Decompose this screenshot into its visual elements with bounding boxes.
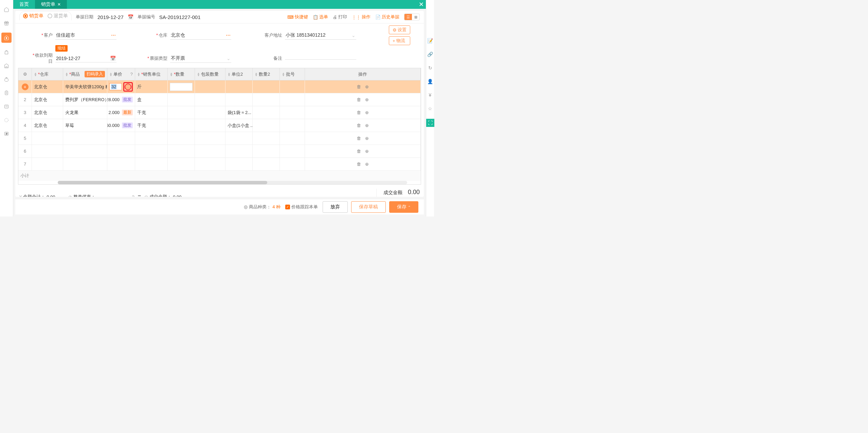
price-input[interactable]: 32 xyxy=(109,83,122,90)
ellipsis-icon[interactable]: ⋯ xyxy=(226,33,231,38)
discard-button[interactable]: 放弃 xyxy=(323,201,348,213)
draft-button[interactable]: 保存草稿 xyxy=(351,201,386,213)
delete-icon[interactable]: 🗑 xyxy=(357,136,361,141)
target-icon: ◎ xyxy=(144,194,148,197)
gear-icon[interactable]: ⚙ xyxy=(23,72,27,77)
money-bag-icon[interactable] xyxy=(2,75,11,83)
table-row[interactable]: + 北京仓 华美华夫软饼1200g 糕... 32⋯ 斤 🗑⊕ xyxy=(18,80,421,93)
sales-icon[interactable]: $ xyxy=(1,33,12,43)
date-value[interactable]: 2019-12-27 xyxy=(97,14,124,20)
calendar-icon[interactable]: 📅 xyxy=(110,56,116,61)
delete-icon[interactable]: 🗑 xyxy=(357,123,361,128)
loading-icon[interactable] xyxy=(2,116,11,124)
table-row[interactable]: 3 北京仓 火龙果 2.000最新 千克 袋(1袋 ≈ 2... 🗑⊕ xyxy=(18,106,421,119)
delete-icon[interactable]: 🗑 xyxy=(357,162,361,167)
delete-icon[interactable]: 🗑 xyxy=(357,97,361,102)
price-options-icon[interactable]: ⋯ xyxy=(125,83,131,90)
save-button[interactable]: 保存⌃ xyxy=(389,201,418,213)
table-row[interactable]: 4 北京仓 草莓 60.000批发 千克 小盒(1小盒 ... 🗑⊕ xyxy=(18,119,421,132)
print-button[interactable]: 🖨 打印 xyxy=(333,14,347,20)
tab-close-icon[interactable]: ✕ xyxy=(57,2,61,7)
horizontal-scrollbar[interactable] xyxy=(58,181,407,184)
shortcut-button[interactable]: ⌨ 快捷键 xyxy=(287,14,308,20)
view-list-icon[interactable]: ☰ xyxy=(404,14,412,20)
duedate-input[interactable]: 2019-12-27📅 xyxy=(55,55,116,62)
qty-input[interactable] xyxy=(170,83,193,91)
table-row[interactable]: 5 🗑⊕ xyxy=(18,132,421,145)
copy-icon[interactable]: ⊕ xyxy=(365,97,369,102)
calendar-icon[interactable]: 📅 xyxy=(128,14,133,20)
chevron-down-icon[interactable]: ⌄ xyxy=(227,56,231,61)
table-row[interactable]: 2 北京仓 费列罗（FERRERO）巧... 128.000批发 盒 🗑⊕ xyxy=(18,93,421,106)
list-icon[interactable] xyxy=(2,102,11,111)
building-icon[interactable] xyxy=(2,62,11,70)
help-icon[interactable]: ? xyxy=(132,194,134,197)
th-qty[interactable]: ▲▼*数量 xyxy=(168,68,195,80)
new-icon[interactable]: 新 xyxy=(2,130,11,138)
tab-sales[interactable]: 销货单✕ xyxy=(35,0,67,9)
table-row[interactable]: 6 🗑⊕ xyxy=(18,145,421,158)
star-icon[interactable]: ☆ xyxy=(427,105,434,112)
chevron-up-icon[interactable]: ⌃ xyxy=(408,205,411,209)
settings-button[interactable]: ⚙ 设置 xyxy=(389,25,410,34)
warehouse-input[interactable]: 北京仓⋯ xyxy=(170,31,231,40)
th-packqty[interactable]: ▲▼包装数量 xyxy=(195,68,225,80)
customer-label: 客户 xyxy=(44,33,53,38)
billtype-input[interactable]: 不开票⌄ xyxy=(170,54,231,63)
remark-input[interactable] xyxy=(285,57,356,60)
table-row[interactable]: 7 🗑⊕ xyxy=(18,158,421,171)
clipboard-icon[interactable] xyxy=(2,89,11,97)
delete-icon[interactable]: 🗑 xyxy=(357,110,361,115)
radio-sales[interactable]: 销货单 xyxy=(23,13,43,19)
th-qty2[interactable]: ▲▼数量2 xyxy=(253,68,280,80)
track-checkbox[interactable]: ✓价格跟踪本单 xyxy=(285,204,318,210)
remark-label: 备注 xyxy=(258,55,282,61)
th-product[interactable]: ▲▼*商品扫码录入 xyxy=(63,68,107,80)
ellipsis-icon[interactable]: ⋯ xyxy=(111,33,116,38)
th-unit2[interactable]: ▲▼单位2 xyxy=(225,68,253,80)
add-row-icon[interactable]: + xyxy=(22,83,29,90)
scan-badge[interactable]: 扫码录入 xyxy=(85,71,105,77)
help-icon[interactable]: ? xyxy=(130,72,133,77)
link-icon[interactable]: 🔗 xyxy=(427,51,434,58)
delete-icon[interactable]: 🗑 xyxy=(357,84,361,89)
gift-icon[interactable] xyxy=(2,19,11,27)
discount-input[interactable] xyxy=(97,197,131,197)
th-warehouse[interactable]: ▲▼*仓库 xyxy=(32,68,63,80)
box-deal-label: 成交金额 xyxy=(383,190,402,196)
address-input[interactable]: 小张 18513401212⌄ xyxy=(285,31,356,40)
radio-return[interactable]: 退货单 xyxy=(48,13,68,19)
select-button[interactable]: 📋 选单 xyxy=(313,14,328,20)
home-icon[interactable] xyxy=(2,5,11,14)
chevron-down-icon[interactable]: ⌄ xyxy=(351,33,356,38)
target-icon: ◎ xyxy=(244,204,248,209)
refresh-icon[interactable]: ↻ xyxy=(427,64,434,71)
th-price[interactable]: ▲▼单价? xyxy=(107,68,135,80)
copy-icon[interactable]: ⊕ xyxy=(365,149,369,154)
th-unit[interactable]: ▲▼*销售单位 xyxy=(135,68,168,80)
svg-text:$: $ xyxy=(6,37,7,39)
history-button[interactable]: 📄 历史单据 xyxy=(375,14,399,20)
user-icon[interactable]: 👤 xyxy=(427,78,434,85)
window-close-icon[interactable]: ✕ xyxy=(416,0,426,9)
copy-icon[interactable]: ⊕ xyxy=(365,123,369,128)
delete-icon[interactable]: 🗑 xyxy=(357,149,361,154)
copy-icon[interactable]: ⊕ xyxy=(365,110,369,115)
discount-icon: ⊘ xyxy=(68,194,72,197)
expand-icon[interactable]: ⛶ xyxy=(426,119,434,127)
tab-home[interactable]: 首页 xyxy=(13,0,35,9)
no-label: 单据编号 xyxy=(138,14,155,20)
th-batch[interactable]: ▲▼批号 xyxy=(280,68,305,80)
operate-button[interactable]: ⋮⋮ 操作 xyxy=(352,14,370,20)
copy-icon[interactable]: ⊕ xyxy=(365,84,369,89)
copy-icon[interactable]: ⊕ xyxy=(365,136,369,141)
note-icon[interactable]: 📝 xyxy=(427,37,434,44)
duedate-label: 收款到期日 xyxy=(35,53,53,64)
copy-icon[interactable]: ⊕ xyxy=(365,162,369,167)
logistics-button[interactable]: + 物流 xyxy=(389,36,410,45)
total-value: 0.00 xyxy=(47,194,55,197)
bag-icon[interactable] xyxy=(2,48,11,56)
view-grid-icon[interactable]: ⊞ xyxy=(412,14,419,20)
yen-icon[interactable]: ¥ xyxy=(427,92,434,98)
customer-input[interactable]: 佳佳超市⋯ xyxy=(55,31,116,40)
